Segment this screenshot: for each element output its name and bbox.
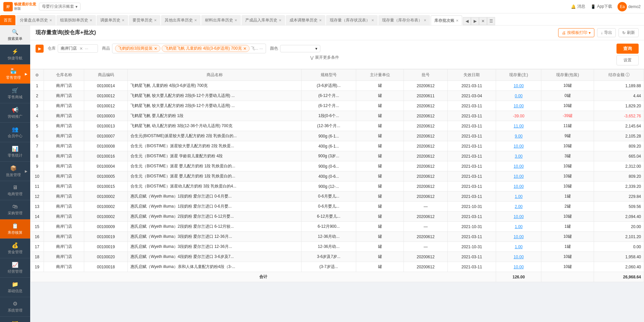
tab-cheng-ben[interactable]: 成本调整单历史 ✕ (286, 15, 325, 25)
row-expire: 2021-03-11 (447, 232, 496, 242)
tab-tiao-bo[interactable]: 调拨单历史 ✕ (97, 15, 128, 25)
row-qty-main[interactable]: 11.00 (496, 121, 541, 131)
row-qty-main[interactable]: 2.00 (496, 202, 541, 212)
close-icon[interactable]: ✕ (234, 18, 237, 22)
tab-fen-pan[interactable]: 分量盘点单历史 ✕ (16, 15, 56, 25)
col-settings[interactable]: ⚙ (31, 69, 44, 81)
avatar: Ea (618, 2, 627, 11)
nav-close-all[interactable]: ✕ (479, 17, 487, 25)
row-qty-main[interactable]: 9.00 (496, 131, 541, 141)
row-qty-main[interactable]: 1.00 (496, 222, 541, 232)
close-icon[interactable]: ✕ (371, 18, 374, 22)
sidebar-item-retail[interactable]: 🏪 零售管理 ▶ (0, 64, 30, 84)
row-qty-main[interactable]: 10.00 (496, 101, 541, 111)
sidebar-item-purchase[interactable]: 🛍 采购管理 (0, 200, 30, 219)
row-qty-main[interactable]: 0.00 (496, 91, 541, 101)
row-qty-main[interactable]: 3.00 (496, 151, 541, 161)
sidebar-item-operation[interactable]: 📈 经营管理 (0, 258, 30, 278)
close-icon[interactable]: ✕ (424, 18, 426, 22)
row-spec: 900g (6-1... (301, 131, 356, 141)
row-qty-main[interactable]: 10.00 (496, 212, 541, 222)
sidebar-item-ecommerce[interactable]: 🖥 电商管理 (0, 181, 30, 200)
expand-filter-button[interactable]: ▶ (36, 45, 44, 53)
sidebar-item-corp[interactable]: 🤝 企业协同 (0, 317, 30, 322)
more-tags[interactable]: 飞... (251, 46, 258, 51)
row-qty-main[interactable]: 1.00 (496, 192, 541, 202)
close-icon[interactable]: ✕ (122, 18, 124, 22)
close-icon[interactable]: ✕ (319, 18, 322, 22)
row-qty-main[interactable]: -39.00 (496, 111, 541, 121)
tab-home[interactable]: 首页 (0, 15, 15, 25)
sidebar-item-retail-stat[interactable]: 📊 零售统计 (0, 142, 30, 162)
sidebar-item-wholesale[interactable]: 📦 批发管理 ▶ (0, 162, 30, 181)
tag-close-icon[interactable]: ✕ (154, 46, 157, 51)
close-icon[interactable]: ✕ (456, 19, 459, 22)
workspace-selector[interactable]: 母婴行业演示账套 ▾ (39, 3, 80, 10)
sidebar-item-system[interactable]: ⚙ 系统管理 (0, 297, 30, 317)
row-qty-main[interactable]: 10.00 (496, 252, 541, 262)
close-icon[interactable]: ✕ (90, 18, 92, 22)
tab-yao-huo[interactable]: 要货单历史 ✕ (129, 15, 160, 25)
close-icon[interactable]: ✕ (279, 18, 281, 22)
row-amount: 229.84 (594, 192, 644, 202)
row-qty-main[interactable]: 1.00 (496, 242, 541, 252)
row-code: 00100013 (84, 121, 128, 131)
tab-ku-cun-zhuang[interactable]: 现存量（库存状况表） ✕ (326, 15, 378, 25)
row-warehouse: 南岸门店 (44, 81, 84, 91)
nav-menu[interactable]: ☰ (487, 17, 495, 25)
sidebar-item-quick[interactable]: ⚡ 快捷导航 (0, 45, 30, 64)
nav-arrow-right[interactable]: ▶ (471, 17, 479, 25)
row-name: 惠氏启赋（Wyeth illuma）2段奶粉 爱尔兰进口 6-12月较... (128, 222, 302, 232)
table-row: 17 南岸门店 00100019 惠氏启赋（Wyeth illuma）3段奶粉 … (31, 242, 644, 252)
app-download-button[interactable]: 📱 App下载 (591, 4, 612, 9)
row-qty-main[interactable]: 10.00 (496, 161, 541, 171)
row-batch: 20200612 (404, 161, 447, 171)
query-button[interactable]: 查询 (616, 44, 639, 54)
expand-button[interactable]: ⋁ 展开更多条件 (310, 55, 339, 60)
row-amount: 1,958.40 (594, 252, 644, 262)
close-icon[interactable]: ✕ (194, 18, 197, 22)
warehouse-input[interactable]: 南岸门店 ✕ ··· (58, 44, 98, 53)
user-area[interactable]: Ea demo2 (618, 2, 641, 11)
sidebar-item-marketing[interactable]: 📢 营销推广 (0, 103, 30, 123)
template-print-button[interactable]: 🖨 按模板打印 ▾ (558, 28, 594, 37)
row-qty-main[interactable]: 10.00 (496, 141, 541, 151)
tab-pi-ci[interactable]: 库存批次账 ✕ (431, 15, 462, 25)
close-icon[interactable]: ✕ (79, 46, 83, 51)
export-button[interactable]: ↓ 导出 (597, 28, 616, 37)
refresh-button[interactable]: ↻ 刷新 (619, 28, 639, 37)
product-input[interactable]: 飞鹤奶粉3段两提装 ✕ 飞鹤星飞帆 儿童奶粉 4段(3-6岁适用) 700克 ✕… (112, 44, 266, 53)
product-tag-1[interactable]: 飞鹤奶粉3段两提装 ✕ (115, 45, 160, 52)
row-batch: — (404, 202, 447, 212)
row-qty-main[interactable]: 10.00 (496, 171, 541, 181)
nav-arrow-left[interactable]: ◀ (463, 17, 471, 25)
row-qty-main[interactable]: 10.00 (496, 262, 541, 272)
sidebar-item-base[interactable]: 📁 基础信息 (0, 278, 30, 297)
close-icon[interactable]: ✕ (154, 18, 157, 22)
row-qty-main[interactable]: 10.00 (496, 81, 541, 91)
color-input[interactable]: ▾ (280, 45, 320, 52)
message-button[interactable]: 🔔 消息 (571, 4, 585, 9)
row-warehouse: 南岸门店 (44, 151, 84, 161)
sidebar-item-member[interactable]: 👥 会员中心 (0, 123, 30, 142)
tab-chan-pin[interactable]: 产成品入库单历史 ✕ (241, 15, 285, 25)
row-no: 2 (31, 91, 44, 101)
tab-zu-chai[interactable]: 组装拆卸单历史 ✕ (56, 15, 96, 25)
product-tag-2[interactable]: 飞鹤星飞帆 儿童奶粉 4段(3-6岁适用) 700克 ✕ (162, 45, 250, 52)
settings-button[interactable]: 设置 (616, 55, 639, 65)
close-icon[interactable]: ✕ (49, 18, 52, 22)
row-unit: 罐 (356, 81, 404, 91)
sidebar-item-retail-shop[interactable]: 🛒 零售商城 (0, 84, 30, 103)
row-qty-main[interactable]: 10.00 (496, 232, 541, 242)
sidebar-item-finance[interactable]: 💰 资金管理 (0, 239, 30, 258)
row-code: 00100019 (84, 232, 128, 242)
tab-other-out[interactable]: 其他出库单历史 ✕ (161, 15, 201, 25)
row-unit: 罐 (356, 242, 404, 252)
row-qty-main[interactable]: 10.00 (496, 181, 541, 192)
sidebar-item-inventory[interactable]: 📋 库存核算 (0, 219, 30, 239)
tab-ku-cun-fen[interactable]: 现存量（库存分布表） ✕ (378, 15, 430, 25)
tag-close-icon[interactable]: ✕ (243, 46, 247, 51)
row-batch: 20200611 (404, 91, 447, 101)
sidebar-item-search[interactable]: 🔍 搜索菜单 (0, 25, 30, 45)
tab-cai-liao[interactable]: 材料出库单历史 ✕ (201, 15, 241, 25)
